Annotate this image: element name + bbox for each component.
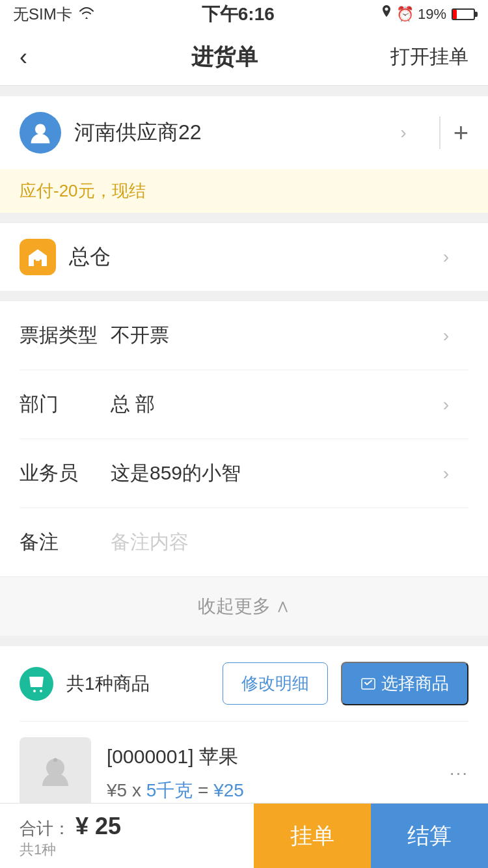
salesman-label: 业务员 [20, 460, 111, 487]
invoice-row[interactable]: 票据类型 不开票 › [0, 301, 488, 370]
bottom-total: 合计： ¥ 25 共1种 [0, 804, 254, 868]
product-title: 苹果 [199, 746, 238, 767]
products-icon [20, 667, 53, 701]
remark-input[interactable]: 备注内容 [111, 529, 468, 556]
supplier-row[interactable]: 河南供应商22 › + [0, 96, 488, 169]
form-section: 票据类型 不开票 › 部门 总 部 › 业务员 这是859的小智 › 备注 备注… [0, 301, 488, 576]
product-thumbnail [20, 737, 91, 809]
quantity: 5千克 [146, 780, 193, 800]
add-supplier-button[interactable]: + [454, 118, 468, 148]
separator-1 [0, 86, 488, 96]
equals-sign: = [198, 780, 213, 800]
products-section: 共1种商品 修改明细 选择商品 [00 [0, 646, 488, 824]
department-row[interactable]: 部门 总 部 › [0, 370, 488, 439]
remark-row[interactable]: 备注 备注内容 [0, 508, 488, 576]
warehouse-name: 总仓 [69, 243, 443, 271]
status-left: 无SIM卡 [13, 4, 96, 25]
warehouse-chevron-icon: › [443, 247, 449, 267]
battery-text: 19% [418, 6, 446, 23]
location-icon [381, 5, 392, 23]
department-value: 总 部 [111, 391, 443, 418]
supplier-divider [439, 116, 441, 149]
status-right: ⏰ 19% [381, 5, 475, 23]
supplier-avatar [20, 112, 61, 154]
svg-rect-3 [30, 678, 43, 679]
status-time: 下午6:16 [202, 2, 275, 27]
supplier-section: 河南供应商22 › + 应付-20元，现结 [0, 96, 488, 213]
separator-2 [0, 213, 488, 223]
alarm-icon: ⏰ [396, 6, 414, 23]
signal-text: 无SIM卡 [13, 4, 72, 25]
svg-rect-5 [31, 683, 42, 685]
modify-detail-button[interactable]: 修改明细 [223, 662, 328, 705]
invoice-chevron-icon: › [443, 325, 449, 346]
invoice-label: 票据类型 [20, 322, 111, 349]
status-bar: 无SIM卡 下午6:16 ⏰ 19% [0, 0, 488, 29]
total-amount: ¥ 25 [75, 813, 121, 840]
bottom-bar: 合计： ¥ 25 共1种 挂单 结算 [0, 803, 488, 868]
separator-3 [0, 291, 488, 301]
salesman-chevron-icon: › [443, 463, 449, 484]
product-name: [0000001] 苹果 [107, 744, 434, 770]
remark-label: 备注 [20, 529, 111, 556]
collapse-bar[interactable]: 收起更多 ∧ [0, 576, 488, 636]
svg-rect-4 [31, 681, 42, 682]
product-more-button[interactable]: ··· [450, 763, 468, 783]
salesman-value: 这是859的小智 [111, 460, 443, 487]
warehouse-section: 总仓 › [0, 223, 488, 291]
select-product-button[interactable]: 选择商品 [341, 662, 468, 705]
supplier-chevron-icon: › [400, 122, 406, 143]
page-title: 进货单 [191, 42, 258, 72]
unit-price: ¥5 [107, 780, 127, 800]
svg-rect-2 [36, 256, 40, 261]
separator-4 [0, 636, 488, 646]
product-price: ¥5 x 5千克 = ¥25 [107, 778, 434, 803]
svg-point-0 [35, 124, 46, 135]
pending-button[interactable]: 挂单 [254, 804, 371, 868]
warehouse-row[interactable]: 总仓 › [0, 223, 488, 291]
back-button[interactable]: ‹ [20, 44, 59, 71]
svg-point-8 [53, 758, 57, 762]
supplier-notice: 应付-20元，现结 [0, 169, 488, 213]
warehouse-icon [20, 239, 56, 275]
supplier-name: 河南供应商22 [74, 118, 400, 147]
invoice-value: 不开票 [111, 322, 443, 349]
products-count: 共1种商品 [66, 671, 210, 696]
multiply-sign: x [132, 780, 146, 800]
total-price: ¥25 [213, 780, 244, 800]
total-label: 合计： [20, 817, 70, 840]
battery-icon [452, 8, 475, 20]
products-header: 共1种商品 修改明细 选择商品 [0, 646, 488, 721]
department-label: 部门 [20, 391, 111, 418]
total-sub: 共1种 [20, 840, 234, 860]
open-pending-button[interactable]: 打开挂单 [390, 44, 468, 70]
salesman-row[interactable]: 业务员 这是859的小智 › [0, 439, 488, 508]
product-code: [0000001] [107, 746, 193, 767]
nav-bar: ‹ 进货单 打开挂单 [0, 29, 488, 86]
wifi-icon [77, 5, 96, 23]
department-chevron-icon: › [443, 394, 449, 415]
checkout-button[interactable]: 结算 [371, 804, 488, 868]
product-info: [0000001] 苹果 ¥5 x 5千克 = ¥25 [107, 744, 434, 803]
select-product-label: 选择商品 [381, 672, 449, 695]
